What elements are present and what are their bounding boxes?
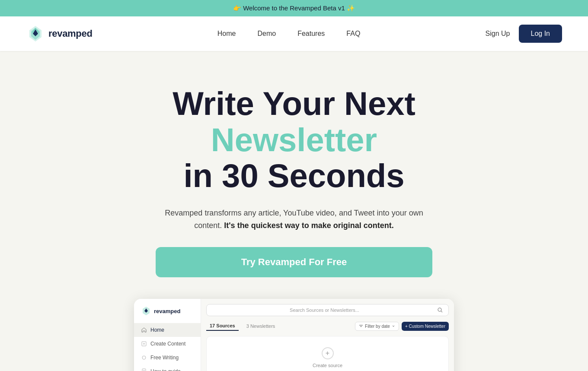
- preview-custom-newsletter-button[interactable]: + Custom Newsletter: [402, 322, 449, 331]
- cta-button[interactable]: Try Revamped For Free: [156, 247, 432, 277]
- nav-link-features[interactable]: Features: [297, 30, 325, 37]
- preview-tab-newsletters[interactable]: 3 Newsletters: [243, 322, 279, 330]
- preview-logo-text: revamped: [154, 308, 180, 314]
- guide-icon: [141, 368, 147, 371]
- preview-tab-sources[interactable]: 17 Sources: [206, 321, 239, 331]
- preview-plus-circle[interactable]: +: [322, 347, 334, 359]
- writing-icon: [141, 355, 147, 361]
- preview-nav-freewriting-label: Free Writing: [150, 355, 179, 361]
- hero-title-line2: in 30 Seconds: [183, 157, 404, 194]
- nav-link-demo[interactable]: Demo: [257, 30, 276, 37]
- preview-logo: revamped: [134, 306, 201, 323]
- preview-main: Search Sources or Newsletters... 17 Sour…: [201, 299, 454, 371]
- nav-item-demo[interactable]: Demo: [257, 30, 276, 38]
- preview-nav-freewriting[interactable]: Free Writing: [134, 351, 201, 365]
- search-icon: [437, 307, 443, 313]
- logo[interactable]: revamped: [26, 24, 93, 43]
- hero-subtitle-bold: It's the quickest way to make original c…: [224, 221, 393, 230]
- navbar: revamped Home Demo Features FAQ Sign Up …: [0, 16, 588, 51]
- chevron-down-icon: [392, 324, 395, 328]
- preview-nav-home[interactable]: Home: [134, 323, 201, 337]
- preview-nav-home-label: Home: [150, 327, 164, 333]
- create-icon: [141, 341, 147, 347]
- hero-title-accent: Newsletter: [173, 122, 415, 158]
- svg-point-4: [142, 356, 146, 359]
- preview-filter-label: Filter by date: [365, 324, 390, 329]
- preview-nav-create[interactable]: Create Content: [134, 337, 201, 351]
- hero-title: Write Your Next Newsletter in 30 Seconds: [173, 86, 415, 194]
- home-icon: [141, 327, 147, 333]
- nav-item-home[interactable]: Home: [217, 30, 236, 38]
- filter-icon: [359, 324, 363, 328]
- announcement-banner: 👉 Welcome to the Revamped Beta v1 ✨: [0, 0, 588, 16]
- logo-icon: [26, 24, 45, 43]
- nav-actions: Sign Up Log In: [486, 25, 562, 43]
- hero-subtitle: Revamped transforms any article, YouTube…: [160, 207, 428, 232]
- preview-actions: Filter by date + Custom Newsletter: [355, 322, 449, 331]
- nav-item-faq[interactable]: FAQ: [346, 30, 360, 38]
- preview-nav-guide-label: How to guide: [150, 368, 181, 371]
- nav-item-features[interactable]: Features: [297, 30, 325, 38]
- nav-link-home[interactable]: Home: [217, 30, 236, 37]
- svg-point-6: [438, 308, 441, 311]
- log-in-button[interactable]: Log In: [519, 25, 562, 43]
- sign-up-button[interactable]: Sign Up: [486, 30, 510, 38]
- nav-link-faq[interactable]: FAQ: [346, 30, 360, 37]
- app-preview: revamped Home Create Content: [134, 299, 454, 371]
- preview-filter-button[interactable]: Filter by date: [355, 322, 399, 331]
- preview-nav-create-label: Create Content: [150, 341, 185, 347]
- preview-create-source-label: Create source: [313, 363, 342, 368]
- preview-logo-icon: [141, 306, 151, 316]
- banner-text: 👉 Welcome to the Revamped Beta v1 ✨: [233, 4, 355, 12]
- preview-sidebar: revamped Home Create Content: [134, 299, 201, 371]
- preview-card-area: + Create source: [206, 336, 449, 371]
- nav-links: Home Demo Features FAQ: [217, 30, 361, 38]
- logo-text: revamped: [48, 28, 93, 39]
- hero-title-line1: Write Your Next: [173, 85, 415, 122]
- preview-tabs-row: 17 Sources 3 Newsletters Filter by date: [206, 321, 449, 331]
- preview-search-placeholder: Search Sources or Newsletters...: [212, 308, 437, 313]
- preview-nav-guide[interactable]: How to guide: [134, 365, 201, 371]
- hero-section: Write Your Next Newsletter in 30 Seconds…: [0, 51, 588, 371]
- preview-search-bar[interactable]: Search Sources or Newsletters...: [206, 304, 449, 316]
